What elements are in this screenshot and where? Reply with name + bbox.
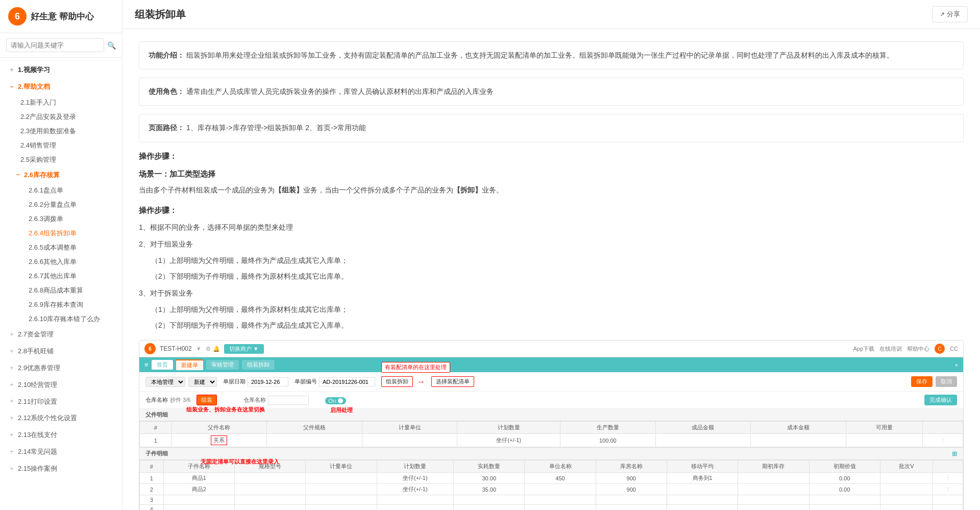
sidebar-item-2-6-7[interactable]: 2.6.7其他出库单 xyxy=(0,269,122,283)
sys-close-icon: × xyxy=(955,362,958,368)
screenshot-container: 6 TEST-H002 ▼ ⚙ 🔔 切换商户 ▼ App下载 在线培训 帮助中心 xyxy=(139,340,964,510)
table-row: 3 xyxy=(140,495,963,505)
sub-type-select[interactable]: 新建 xyxy=(188,377,217,387)
sidebar-item-2-6-6[interactable]: 2.6.6其他入库单 xyxy=(0,255,122,269)
sub-col-init: 期初库存 xyxy=(738,460,809,473)
sidebar-item-2-6-5[interactable]: 2.6.5成本调整单 xyxy=(0,240,122,255)
type-toggle-btn[interactable]: 组装 xyxy=(197,395,217,405)
top-bar: 组装拆卸单 ↗ 分享 xyxy=(122,0,980,29)
annotation4-text: 启用处理 xyxy=(330,406,353,414)
search-bar: 🔍 xyxy=(0,33,122,58)
logo-text: 好生意 帮助中心 xyxy=(31,11,94,22)
col-parent-spec: 父件规格 xyxy=(267,422,362,434)
search-input[interactable] xyxy=(6,38,104,52)
path-label: 页面路径： xyxy=(149,124,184,132)
warehouse-field: 仓库名称 抄件 3/6 xyxy=(145,396,190,404)
sys-right-nav: App下载 在线培训 帮助中心 C CC xyxy=(853,344,958,354)
sidebar-item-customize[interactable]: + 2.12系统个性化设置 xyxy=(0,410,122,427)
assembly-list-btn[interactable]: 组装拆卸 xyxy=(381,376,413,387)
row-action-icon[interactable]: ⋮ xyxy=(940,437,946,443)
ops-title: 操作步骤： xyxy=(139,152,964,161)
save-btn[interactable]: 保存 xyxy=(911,376,933,387)
cancel-btn[interactable]: 取消 xyxy=(936,376,957,387)
expand-icon: + xyxy=(8,65,15,75)
step2-1: （1）上部明细为父件明细，最终作为产成品生成其它入库单； xyxy=(151,254,964,268)
sidebar-item-print[interactable]: + 2.11打印设置 xyxy=(0,394,122,410)
step1: 1、根据不同的业务，选择不同单据的类型来处理 xyxy=(139,221,964,234)
sys-menu-icon: ≡ xyxy=(144,361,149,369)
path-text: 1、库存核算->库存管理->组装拆卸单 2、首页->常用功能 xyxy=(186,124,366,132)
screenshot-mock: 6 TEST-H002 ▼ ⚙ 🔔 切换商户 ▼ App下载 在线培训 帮助中心 xyxy=(139,341,963,510)
role-label: 使用角色： xyxy=(149,87,184,95)
warehouse-input[interactable] xyxy=(268,396,309,405)
sidebar-item-2-6-1[interactable]: 2.6.1盘点单 xyxy=(0,183,122,198)
scene1-desc: 当由多个子件材料组装成一个成品的业务为【组装】业务，当由一个父件拆分成多个子产品… xyxy=(139,183,964,197)
sidebar-item-2-6-10[interactable]: 2.6.10库存账本错了么办 xyxy=(0,312,122,326)
sub-col-init-val: 初期价值 xyxy=(809,460,880,473)
sidebar-item-2-6-9[interactable]: 2.6.9库存账本查询 xyxy=(0,298,122,312)
sidebar-item-install[interactable]: 2.2产品安装及登录 xyxy=(0,110,122,124)
row-action-icon[interactable]: ⋮ xyxy=(945,475,951,481)
sidebar-item-beginner[interactable]: 2.1新手入门 xyxy=(0,95,122,110)
sub-col-index: # xyxy=(140,460,164,473)
sidebar-item-operation[interactable]: + 2.10经营管理 xyxy=(0,377,122,394)
sidebar-item-payment[interactable]: + 2.13在线支付 xyxy=(0,427,122,444)
nav-tree: + 1.视频学习 − 2.帮助文档 2.1新手入门 2.2产品安装及登录 2.3… xyxy=(0,58,122,510)
sidebar-item-coupon[interactable]: + 2.9优惠券管理 xyxy=(0,360,122,377)
col-available: 可用量 xyxy=(846,422,923,434)
sub-col-unit-name: 单位名称 xyxy=(525,460,596,473)
annotation3-text: 组装业务、拆卸业务在这里切换 xyxy=(186,406,265,414)
sidebar-item-video[interactable]: + 1.视频学习 xyxy=(0,62,122,79)
billno-input[interactable] xyxy=(319,377,375,386)
logo-bar: 6 好生意 帮助中心 xyxy=(0,0,122,33)
sidebar: 6 好生意 帮助中心 🔍 + 1.视频学习 − 2.帮助文档 2.1新手入门 2… xyxy=(0,0,122,510)
step3: 3、对于拆装业务 xyxy=(139,286,964,300)
sys-form-header: 本地管理 组装 新建 单据日期 单据编号 xyxy=(139,372,963,392)
sys-icons: ⚙ 🔔 xyxy=(206,346,220,352)
sys-form-row2: 仓库名称 抄件 3/6 组装 组装业务、拆卸业务在这里切换 仓库名称 xyxy=(139,392,963,409)
col-product-amount: 成品金额 xyxy=(655,422,751,434)
sidebar-item-help-doc[interactable]: − 2.帮助文档 xyxy=(0,79,122,95)
sidebar-item-data-prep[interactable]: 2.3使用前数据准备 xyxy=(0,124,122,138)
col-unit: 计量单位 xyxy=(362,422,457,434)
expand-sub-icon[interactable]: ⊞ xyxy=(952,450,957,457)
search-icon[interactable]: 🔍 xyxy=(107,41,116,50)
sidebar-item-2-6-3[interactable]: 2.6.3调拨单 xyxy=(0,212,122,226)
sidebar-item-sales[interactable]: 2.4销售管理 xyxy=(0,138,122,153)
role-text: 通常由生产人员或库管人员完成拆装业务的操作，库管人员确认原材料的出库和产成品的入… xyxy=(186,87,494,95)
confirm-btn[interactable]: 完成确认 xyxy=(924,395,957,405)
type-select[interactable]: 本地管理 组装 xyxy=(145,377,185,387)
parent-table-container: # 父件名称 父件规格 计量单位 计划数量 生产数量 成品金额 成本金额 可用量 xyxy=(139,421,963,447)
sidebar-item-finance[interactable]: + 2.7资金管理 xyxy=(0,326,122,343)
page-title: 组装拆卸单 xyxy=(135,8,186,21)
sub-col-avg: 移动平均 xyxy=(667,460,738,473)
enable-toggle[interactable]: On xyxy=(325,397,346,404)
sidebar-item-2-6-2[interactable]: 2.6.2分量盘点单 xyxy=(0,198,122,212)
sidebar-item-faq[interactable]: + 2.14常见问题 xyxy=(0,444,122,460)
collapse-sub-icon: − xyxy=(14,170,21,180)
form-type-selector: 本地管理 组装 新建 xyxy=(145,377,217,387)
sidebar-item-mobile[interactable]: + 2.8手机旺铺 xyxy=(0,343,122,360)
sidebar-item-2-6-8[interactable]: 2.6.8商品成本重算 xyxy=(0,283,122,298)
date-input[interactable] xyxy=(248,377,288,386)
form-row2-btns: 完成确认 xyxy=(924,395,957,405)
sub-col-act xyxy=(933,460,963,473)
col-prod-qty: 生产数量 xyxy=(560,422,656,434)
function-intro-text: 组装拆卸单用来处理企业组装或拆卸等加工业务，支持有固定装配清单的产品加工业务，也… xyxy=(186,51,894,59)
share-button[interactable]: ↗ 分享 xyxy=(932,6,968,22)
col-index: # xyxy=(140,422,172,434)
annotation4-area: 仓库名称 xyxy=(243,396,309,405)
row-action-icon[interactable]: ⋮ xyxy=(945,486,951,492)
role-block: 使用角色： 通常由生产人员或库管人员完成拆装业务的操作，库管人员确认原材料的出库… xyxy=(139,78,964,106)
annotation5-text: 无固定清单可以直接在这里录入 xyxy=(201,458,279,466)
select-assembly-btn[interactable]: 选择装配清单 xyxy=(431,376,474,387)
sidebar-item-2-6-4[interactable]: 2.6.4组装拆卸单 xyxy=(0,226,122,240)
sidebar-item-purchase[interactable]: 2.5采购管理 xyxy=(0,153,122,167)
sidebar-item-cases[interactable]: + 2.15操作案例 xyxy=(0,460,122,477)
sys-nav-bar: ≡ 首页 新建单 审核管理 组装拆卸 × xyxy=(139,357,963,372)
sub-col-unit: 计量单位 xyxy=(306,460,377,473)
sidebar-item-inventory[interactable]: − 2.6库存核算 xyxy=(0,167,122,184)
annotation1-area: 组装拆卸 有装配清单的在这里处理 → 选择装配清单 xyxy=(381,376,474,387)
parent-name-cell-highlighted: 关系 xyxy=(211,435,227,445)
function-intro-block: 功能介绍： 组装拆卸单用来处理企业组装或拆卸等加工业务，支持有固定装配清单的产品… xyxy=(139,41,964,69)
